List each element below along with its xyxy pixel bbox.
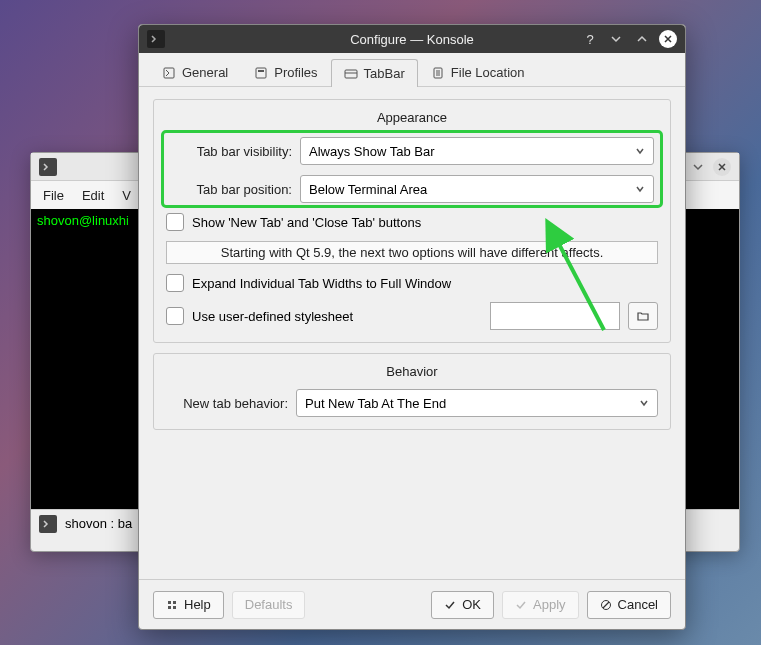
visibility-combo[interactable]: Always Show Tab Bar bbox=[300, 137, 654, 165]
dialog-footer: Help Defaults OK Apply Cancel bbox=[139, 579, 685, 629]
svg-rect-6 bbox=[173, 601, 176, 604]
profiles-icon bbox=[254, 66, 268, 80]
tab-label: TabBar bbox=[364, 66, 405, 81]
maximize-icon[interactable] bbox=[633, 30, 651, 48]
menu-view[interactable]: V bbox=[122, 188, 131, 203]
newtab-label: New tab behavior: bbox=[166, 396, 288, 411]
dialog-content: Appearance Tab bar visibility: Always Sh… bbox=[139, 87, 685, 579]
position-label: Tab bar position: bbox=[170, 182, 292, 197]
svg-rect-8 bbox=[173, 606, 176, 609]
check-icon bbox=[444, 599, 456, 611]
expand-checkbox[interactable] bbox=[166, 274, 184, 292]
appearance-group: Appearance Tab bar visibility: Always Sh… bbox=[153, 99, 671, 343]
behavior-title: Behavior bbox=[166, 364, 658, 379]
tab-strip: General Profiles TabBar File Location bbox=[139, 53, 685, 87]
expand-label: Expand Individual Tab Widths to Full Win… bbox=[192, 276, 451, 291]
terminal-icon bbox=[39, 158, 57, 176]
button-label: OK bbox=[462, 597, 481, 612]
help-icon bbox=[166, 599, 178, 611]
file-location-icon bbox=[431, 66, 445, 80]
button-label: Cancel bbox=[618, 597, 658, 612]
minimize-icon[interactable] bbox=[689, 158, 707, 176]
stylesheet-label: Use user-defined stylesheet bbox=[192, 309, 482, 324]
chevron-down-icon bbox=[635, 146, 645, 156]
behavior-group: Behavior New tab behavior: Put New Tab A… bbox=[153, 353, 671, 430]
svg-rect-1 bbox=[256, 68, 266, 78]
terminal-prompt: shovon@linuxhi bbox=[37, 213, 129, 228]
chevron-down-icon bbox=[639, 398, 649, 408]
tab-general[interactable]: General bbox=[149, 58, 241, 86]
show-buttons-label: Show 'New Tab' and 'Close Tab' buttons bbox=[192, 215, 421, 230]
show-buttons-checkbox[interactable] bbox=[166, 213, 184, 231]
button-label: Apply bbox=[533, 597, 566, 612]
ok-button[interactable]: OK bbox=[431, 591, 494, 619]
tabbar-icon bbox=[344, 67, 358, 81]
combo-value: Below Terminal Area bbox=[309, 182, 427, 197]
folder-icon bbox=[636, 309, 650, 323]
defaults-button[interactable]: Defaults bbox=[232, 591, 306, 619]
menu-edit[interactable]: Edit bbox=[82, 188, 104, 203]
tab-profiles[interactable]: Profiles bbox=[241, 58, 330, 86]
tab-label: Profiles bbox=[274, 65, 317, 80]
stylesheet-checkbox[interactable] bbox=[166, 307, 184, 325]
newtab-combo[interactable]: Put New Tab At The End bbox=[296, 389, 658, 417]
check-icon bbox=[515, 599, 527, 611]
visibility-label: Tab bar visibility: bbox=[170, 144, 292, 159]
button-label: Defaults bbox=[245, 597, 293, 612]
close-icon[interactable] bbox=[713, 158, 731, 176]
appearance-title: Appearance bbox=[166, 110, 658, 125]
menu-file[interactable]: File bbox=[43, 188, 64, 203]
tab-tabbar[interactable]: TabBar bbox=[331, 59, 418, 87]
svg-rect-2 bbox=[258, 70, 264, 72]
combo-value: Always Show Tab Bar bbox=[309, 144, 435, 159]
dialog-titlebar: Configure — Konsole ? bbox=[139, 25, 685, 53]
highlight-annotation: Tab bar visibility: Always Show Tab Bar … bbox=[162, 131, 662, 207]
app-icon bbox=[147, 30, 165, 48]
tab-label: File Location bbox=[451, 65, 525, 80]
browse-button[interactable] bbox=[628, 302, 658, 330]
terminal-tab-label[interactable]: shovon : ba bbox=[65, 516, 132, 531]
cancel-icon bbox=[600, 599, 612, 611]
qt-note: Starting with Qt 5.9, the next two optio… bbox=[166, 241, 658, 264]
stylesheet-input[interactable] bbox=[490, 302, 620, 330]
terminal-tab-icon bbox=[39, 515, 57, 533]
chevron-down-icon bbox=[635, 184, 645, 194]
tab-label: General bbox=[182, 65, 228, 80]
help-icon[interactable]: ? bbox=[581, 30, 599, 48]
general-icon bbox=[162, 66, 176, 80]
tab-file-location[interactable]: File Location bbox=[418, 58, 538, 86]
svg-rect-7 bbox=[168, 606, 171, 609]
svg-rect-3 bbox=[345, 70, 357, 78]
close-icon[interactable] bbox=[659, 30, 677, 48]
cancel-button[interactable]: Cancel bbox=[587, 591, 671, 619]
position-combo[interactable]: Below Terminal Area bbox=[300, 175, 654, 203]
svg-rect-5 bbox=[168, 601, 171, 604]
button-label: Help bbox=[184, 597, 211, 612]
help-button[interactable]: Help bbox=[153, 591, 224, 619]
minimize-icon[interactable] bbox=[607, 30, 625, 48]
combo-value: Put New Tab At The End bbox=[305, 396, 446, 411]
apply-button[interactable]: Apply bbox=[502, 591, 579, 619]
configure-dialog: Configure — Konsole ? General Profiles T… bbox=[138, 24, 686, 630]
